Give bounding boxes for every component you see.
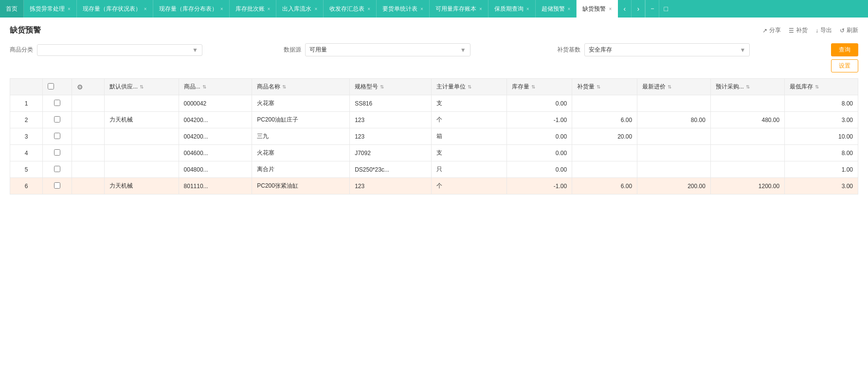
page-header: 缺货预警 ↗ 分享 ☰ 补货 ↓ 导出 ↺ 刷新 [10,25,858,35]
table-row: 3 004200... 三九 123 箱 0.00 20.00 10.00 [10,128,858,145]
cell-supplier-0 [105,95,179,112]
th-spec-sort[interactable]: 规格型号 ⇅ [355,83,426,91]
cell-stock-3: 0.00 [507,145,572,161]
th-purchase-sort-icon: ⇅ [746,84,750,89]
page-title: 缺货预警 [10,25,41,35]
th-price: 最新进价 ⇅ [637,79,711,95]
tab-requisition[interactable]: 要货单统计表 × [377,0,430,18]
tab-expiry[interactable]: 保质期查询 × [488,0,536,18]
refresh-button[interactable]: ↺ 刷新 [840,26,858,35]
filter-actions: 查询 设置 [831,43,858,72]
tab-flow-close[interactable]: × [314,6,317,12]
th-name-sort-icon: ⇅ [282,84,286,89]
th-min-stock-sort[interactable]: 最低库存 ⇅ [790,83,853,91]
cell-price-2 [637,128,711,145]
export-button[interactable]: ↓ 导出 [815,26,832,35]
th-replenish-sort[interactable]: 补货量 ⇅ [577,83,632,91]
row-checkbox-4[interactable] [54,166,60,172]
table-row: 2 力天机械 004200... PC200油缸庄子 123 个 -1.00 6… [10,112,858,128]
replenish-select[interactable]: 安全库存 ▼ [584,43,750,56]
cell-spec-0: SS816 [350,95,431,112]
category-filter-group: 商品分类 ▼ [10,44,274,56]
th-stock-label: 库存量 [512,83,529,91]
row-checkbox-2[interactable] [54,133,60,139]
tab-minimize-btn[interactable]: － [645,0,659,18]
th-replenish: 补货量 ⇅ [572,79,637,95]
header-actions: ↗ 分享 ☰ 补货 ↓ 导出 ↺ 刷新 [762,26,858,35]
th-stock-sort-icon: ⇅ [531,84,535,89]
category-select[interactable]: ▼ [37,44,202,56]
tab-overstock[interactable]: 超储预警 × [536,0,577,18]
datasource-select[interactable]: 可用量 ▼ [305,43,470,56]
tab-expiry-close[interactable]: × [526,6,529,12]
th-min-stock-sort-icon: ⇅ [815,84,819,89]
cell-name-1: PC200油缸庄子 [252,112,350,128]
tab-nav-prev[interactable]: ‹ [618,0,632,18]
tab-batch-ledger[interactable]: 库存批次账 × [230,0,277,18]
share-button[interactable]: ↗ 分享 [762,26,781,35]
cell-code-0: 0000042 [179,95,252,112]
tab-flow[interactable]: 出入库流水 × [276,0,324,18]
cell-spec-3: J7092 [350,145,431,161]
cell-unit-5: 个 [431,178,507,194]
tab-requisition-close[interactable]: × [420,6,423,12]
cell-settings-2 [72,128,105,145]
row-checkbox-3[interactable] [54,149,60,156]
th-code-label: 商品... [184,83,200,91]
th-purchase-sort[interactable]: 预计采购... ⇅ [716,83,779,91]
replenish-button[interactable]: ☰ 补货 [789,26,808,35]
tab-maximize-btn[interactable]: □ [659,0,672,18]
tab-shortage-close[interactable]: × [609,6,612,12]
tab-summary-close[interactable]: × [367,6,370,12]
tab-inventory-dist-close[interactable]: × [220,6,223,12]
th-unit: 主计量单位 ⇅ [431,79,507,95]
tab-inventory-status-close[interactable]: × [144,6,147,12]
cell-code-4: 004800... [179,161,252,178]
tab-available-close[interactable]: × [479,6,482,12]
cell-min-stock-3: 8.00 [785,145,858,161]
tab-overstock-label: 超储预警 [542,5,565,13]
row-checkbox-1[interactable] [54,116,60,123]
tab-requisition-label: 要货单统计表 [382,5,417,13]
th-code-sort[interactable]: 商品... ⇅ [184,83,247,91]
cell-checkbox-1 [42,112,72,128]
row-checkbox-0[interactable] [54,100,60,106]
cell-min-stock-5: 3.00 [785,178,858,194]
tab-picking[interactable]: 拣货异常处理 × [24,0,77,18]
cell-price-1: 80.00 [637,112,711,128]
cell-min-stock-0: 8.00 [785,95,858,112]
select-all-checkbox[interactable] [48,83,54,89]
datasource-filter-label: 数据源 [284,46,301,54]
th-unit-sort[interactable]: 主计量单位 ⇅ [436,83,502,91]
cell-unit-4: 只 [431,161,507,178]
th-name-label: 商品名称 [257,83,280,91]
cell-price-5: 200.00 [637,178,711,194]
cell-purchase-0 [710,95,784,112]
cell-stock-2: 0.00 [507,128,572,145]
cell-stock-5: -1.00 [507,178,572,194]
query-button[interactable]: 查询 [831,43,858,56]
tab-batch-ledger-close[interactable]: × [268,6,271,12]
th-name-sort[interactable]: 商品名称 ⇅ [257,83,344,91]
th-price-sort[interactable]: 最新进价 ⇅ [642,83,705,91]
th-checkbox [42,79,72,95]
tab-available[interactable]: 可用量库存账本 × [430,0,488,18]
row-checkbox-5[interactable] [54,182,60,189]
tab-summary[interactable]: 收发存汇总表 × [324,0,377,18]
datasource-filter-group: 数据源 可用量 ▼ [284,43,548,56]
tab-inventory-status[interactable]: 现存量（库存状况表） × [77,0,153,18]
tab-picking-close[interactable]: × [68,6,71,12]
th-supplier-sort[interactable]: 默认供应... ⇅ [109,83,173,91]
replenish-filter-group: 补货基数 安全库存 ▼ [557,43,821,56]
export-icon: ↓ [815,27,818,34]
table-settings-icon[interactable]: ⚙ [77,83,83,91]
th-stock-sort[interactable]: 库存量 ⇅ [512,83,567,91]
tab-inventory-dist[interactable]: 现存量（库存分布表） × [153,0,230,18]
tab-overstock-close[interactable]: × [568,6,571,12]
tab-home[interactable]: 首页 [0,0,24,18]
cell-code-1: 004200... [179,112,252,128]
settings-button[interactable]: 设置 [831,59,858,72]
tab-nav-next[interactable]: › [632,0,645,18]
cell-replenish-2: 20.00 [572,128,637,145]
tab-shortage[interactable]: 缺货预警 × [577,0,618,18]
